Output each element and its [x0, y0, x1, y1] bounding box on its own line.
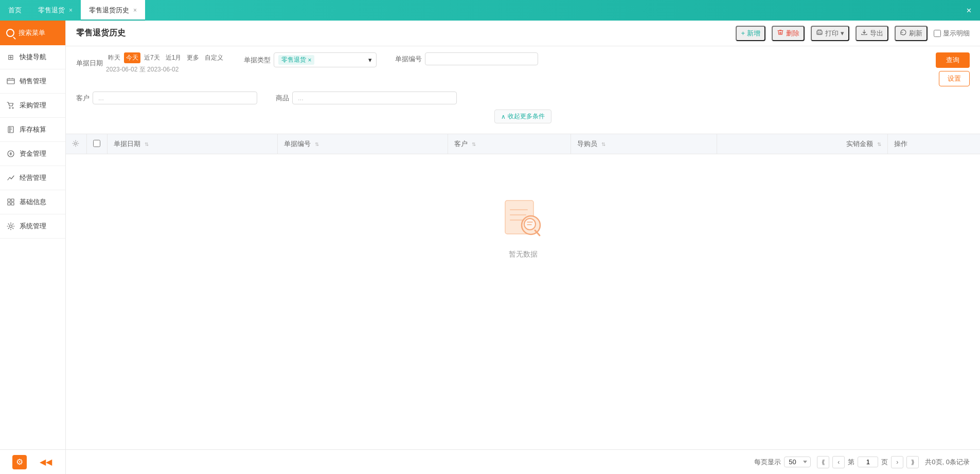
inventory-icon: [6, 125, 15, 134]
goods-filter-label: 商品: [276, 94, 289, 103]
refresh-button[interactable]: 刷新: [895, 26, 928, 41]
export-button[interactable]: 导出: [856, 26, 888, 41]
type-tag-retail-return: 零售退货 ×: [278, 55, 314, 65]
table-body: 暂无数据: [66, 154, 980, 301]
sidebar-item-basic-info[interactable]: 基础信息: [0, 190, 65, 214]
svg-rect-0: [7, 79, 14, 84]
type-tag-label: 零售退货: [281, 56, 306, 64]
tab-retail-return-history-label: 零售退货历史: [89, 6, 129, 15]
svg-point-19: [524, 218, 536, 230]
settings-button[interactable]: 设置: [939, 71, 970, 86]
show-detail-input[interactable]: [934, 30, 941, 37]
top-bar: + 新增 首页 零售退货 × 零售退货历史 × ✕: [0, 0, 980, 21]
page-last-btn[interactable]: ⟫: [906, 456, 919, 468]
svg-rect-5: [8, 199, 10, 202]
sidebar-item-inventory-label: 库存核算: [20, 125, 46, 134]
sidebar-item-sales[interactable]: 销售管理: [0, 69, 65, 94]
sidebar-search[interactable]: 搜索菜单: [0, 21, 65, 45]
finance-icon: [6, 149, 15, 158]
tab-home-label: 首页: [8, 6, 22, 15]
th-operation: 操作: [887, 134, 980, 154]
select-all-checkbox[interactable]: [93, 140, 100, 147]
customer-input[interactable]: ...: [93, 92, 257, 104]
th-guide[interactable]: 导购员 ⇅: [571, 134, 717, 154]
th-settings[interactable]: [66, 134, 86, 154]
page-size-label: 每页显示: [754, 458, 781, 467]
page-size-select: 每页显示 10 20 50 100: [754, 457, 811, 467]
print-button[interactable]: 打印 ▾: [811, 26, 849, 41]
date-filter-label: 单据日期: [76, 59, 103, 68]
data-table: 单据日期 ⇅ 单据编号 ⇅ 客户: [66, 134, 980, 300]
type-selector[interactable]: 零售退货 × ▾: [274, 52, 377, 67]
sidebar-item-purchase-label: 采购管理: [20, 101, 46, 110]
tab-retail-return-close[interactable]: ×: [69, 7, 73, 14]
audio-icon[interactable]: ◀◀: [39, 455, 53, 469]
print-icon: [816, 29, 823, 38]
window-close-btn[interactable]: ✕: [966, 7, 980, 14]
sidebar-item-quick-nav[interactable]: ⊞ 快捷导航: [0, 45, 65, 69]
add-button[interactable]: + 新增: [736, 26, 765, 41]
tab-home[interactable]: + 新增 首页: [0, 0, 30, 21]
page-unit: 页: [881, 458, 888, 467]
content-area: 零售退货历史 + 新增 删除 打印 ▾: [66, 21, 980, 474]
sidebar-item-system-label: 系统管理: [20, 222, 46, 231]
empty-state-cell: 暂无数据: [66, 154, 980, 301]
th-amount[interactable]: 实销金额 ⇅: [717, 134, 887, 154]
svg-rect-6: [11, 199, 14, 202]
tab-retail-return[interactable]: 零售退货 ×: [30, 0, 81, 21]
collapse-label: 收起更多条件: [508, 112, 545, 121]
sidebar-search-label: 搜索菜单: [19, 28, 45, 38]
type-tag-close[interactable]: ×: [308, 57, 311, 64]
tab-retail-return-history-close[interactable]: ×: [133, 7, 137, 14]
search-icon: [6, 29, 14, 37]
sidebar-item-finance[interactable]: 资金管理: [0, 142, 65, 166]
date-shortcut-7days[interactable]: 近7天: [142, 52, 162, 63]
empty-state: 暂无数据: [66, 154, 980, 300]
page-size-dropdown[interactable]: 10 20 50 100: [784, 457, 811, 467]
print-label: 打印: [825, 29, 839, 38]
th-date[interactable]: 单据日期 ⇅: [107, 134, 277, 154]
svg-point-2: [12, 107, 13, 108]
date-shortcut-more[interactable]: 更多: [185, 52, 201, 63]
goods-placeholder: ...: [298, 94, 304, 102]
goods-input[interactable]: ...: [292, 92, 457, 104]
th-date-label: 单据日期: [114, 139, 140, 149]
th-customer[interactable]: 客户 ⇅: [448, 134, 571, 154]
quick-nav-icon: ⊞: [6, 52, 15, 62]
pagination-bar: 每页显示 10 20 50 100 ⟪ ‹ 第 页 › ⟫ 共0页, 0条记录: [66, 449, 980, 474]
sidebar-item-operations[interactable]: 经营管理: [0, 166, 65, 190]
date-shortcut-today[interactable]: 今天: [124, 52, 140, 63]
svg-point-13: [75, 142, 77, 144]
filter-section: 单据日期 昨天 今天 近7天 近1月 更多 自定义 2023-06-02 至 2…: [66, 46, 980, 134]
date-shortcut-yesterday[interactable]: 昨天: [106, 52, 122, 63]
query-button[interactable]: 查询: [936, 52, 970, 68]
collapse-filter-btn[interactable]: ∧ 收起更多条件: [494, 110, 551, 123]
page-prev-btn[interactable]: ‹: [832, 456, 845, 468]
main-layout: 搜索菜单 ⊞ 快捷导航 销售管理 采购管理: [0, 21, 980, 474]
page-next-btn[interactable]: ›: [891, 456, 903, 468]
delete-button[interactable]: 删除: [772, 26, 805, 41]
bill-no-input[interactable]: [425, 52, 538, 65]
th-amount-label: 实销金额: [846, 139, 873, 149]
date-sort-icon: ⇅: [145, 141, 149, 147]
th-guide-label: 导购员: [577, 139, 597, 149]
sales-icon: [6, 77, 15, 86]
show-detail-checkbox[interactable]: 显示明细: [934, 29, 970, 38]
sidebar-item-inventory[interactable]: 库存核算: [0, 118, 65, 142]
empty-state-icon: [497, 195, 549, 242]
show-detail-label: 显示明细: [943, 29, 970, 38]
export-label: 导出: [870, 29, 883, 38]
gear-icon[interactable]: ⚙: [12, 455, 27, 469]
tab-retail-return-history[interactable]: 零售退货历史 ×: [81, 0, 145, 21]
date-shortcut-1month[interactable]: 近1月: [164, 52, 184, 63]
sidebar-item-system[interactable]: 系统管理: [0, 214, 65, 239]
date-shortcut-custom[interactable]: 自定义: [203, 52, 225, 63]
sidebar-item-purchase[interactable]: 采购管理: [0, 94, 65, 118]
th-bill-no[interactable]: 单据编号 ⇅: [277, 134, 448, 154]
guide-sort-icon: ⇅: [601, 141, 605, 147]
tab-retail-return-label: 零售退货: [38, 6, 65, 15]
svg-rect-11: [818, 33, 821, 34]
th-checkbox[interactable]: [86, 134, 107, 154]
page-first-btn[interactable]: ⟪: [817, 456, 829, 468]
page-input[interactable]: [858, 457, 878, 467]
